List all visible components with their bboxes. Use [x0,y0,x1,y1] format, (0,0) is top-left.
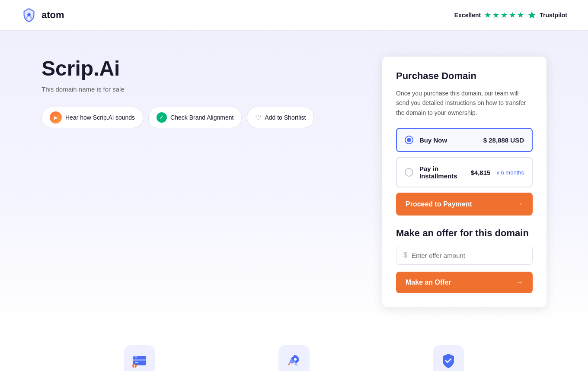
logo-icon [21,7,37,23]
star-5-half: ★ [517,10,524,20]
same-day-transfers-icon-wrap [278,345,310,371]
star-2: ★ [492,10,499,20]
hero-wrapper: Scrip.Ai This domain name is for sale ▶ … [21,31,567,324]
action-buttons: ▶ Hear how Scrip.Ai sounds ✓ Check Brand… [42,107,365,128]
star-4: ★ [509,10,516,20]
hear-button-label: Hear how Scrip.Ai sounds [65,114,135,121]
transparent-pricing-icon-wrap: $ [124,345,155,371]
buy-now-label: Buy Now [419,136,477,144]
trustpilot-label: Excellent [454,12,481,19]
purchase-card: Purchase Domain Once you purchase this d… [382,57,546,307]
svg-rect-3 [135,362,138,363]
trustpilot-brand: Trustpilot [540,12,567,19]
proceed-to-payment-button[interactable]: Proceed to Payment → [396,193,533,216]
make-offer-arrow-icon: → [516,279,523,286]
shortlist-label: Add to Shortlist [265,114,306,121]
purchase-title: Purchase Domain [396,70,533,82]
radio-dot-selected [407,138,411,142]
purchase-description: Once you purchase this domain, our team … [396,89,533,117]
make-offer-label: Make an Offer [406,279,451,286]
hear-button[interactable]: ▶ Hear how Scrip.Ai sounds [42,107,143,128]
buy-now-radio [405,136,413,144]
trustpilot-area: Excellent ★ ★ ★ ★ ★ Trustpilot [454,10,567,20]
svg-point-7 [294,358,297,361]
rocket-icon [285,352,303,370]
guaranteed-delivery-icon-wrap [433,345,464,371]
feature-transparent-pricing: $ TransparentPricing [62,345,217,371]
main-body: $ TransparentPricing Same DayTransfers [21,324,567,371]
star-1: ★ [484,10,491,20]
svg-rect-2 [133,359,146,361]
installments-radio [405,168,413,177]
proceed-btn-label: Proceed to Payment [406,200,472,208]
dollar-sign-icon: $ [403,251,407,259]
feature-same-day-transfers: Same DayTransfers [217,345,371,371]
domain-subtitle: This domain name is for sale [42,86,365,93]
check-icon: ✓ [157,112,167,123]
buy-now-price: $ 28,888 USD [483,136,524,144]
installments-option[interactable]: Pay in Installments $4,815 x 6 months [396,157,533,187]
svg-text:$: $ [134,365,135,368]
make-offer-button[interactable]: Make an Offer → [396,272,533,293]
installments-price: $4,815 [471,169,491,176]
features-section: $ TransparentPricing Same DayTransfers [42,324,546,371]
play-icon: ▶ [50,111,62,124]
trustpilot-stars: ★ ★ ★ ★ ★ [484,10,524,20]
installments-months: x 6 months [496,169,524,176]
shortlist-button[interactable]: ♡ Add to Shortlist [247,107,314,128]
billing-icon: $ [131,352,149,370]
check-brand-label: Check Brand Alignment [170,114,233,121]
shield-check-icon [439,352,457,370]
trustpilot-icon [527,11,536,19]
proceed-arrow-icon: → [515,200,523,209]
feature-guaranteed-delivery: GuaranteedDelivery [371,345,526,371]
domain-title: Scrip.Ai [42,57,365,80]
hero-section: Scrip.Ai This domain name is for sale ▶ … [0,31,588,324]
offer-input-row: $ [396,246,533,265]
installments-label: Pay in Installments [419,165,465,180]
star-3: ★ [501,10,508,20]
offer-amount-input[interactable] [412,252,525,259]
buy-now-option[interactable]: Buy Now $ 28,888 USD [396,128,533,152]
hero-left: Scrip.Ai This domain name is for sale ▶ … [42,57,365,128]
check-brand-button[interactable]: ✓ Check Brand Alignment [148,107,242,128]
svg-rect-4 [135,356,137,358]
heart-icon: ♡ [255,114,261,122]
logo-text: atom [42,10,64,21]
page-header: atom Excellent ★ ★ ★ ★ ★ Trustpilot [0,0,588,31]
svg-point-0 [27,13,31,16]
logo-area: atom [21,7,64,23]
offer-title: Make an offer for this domain [396,228,533,239]
